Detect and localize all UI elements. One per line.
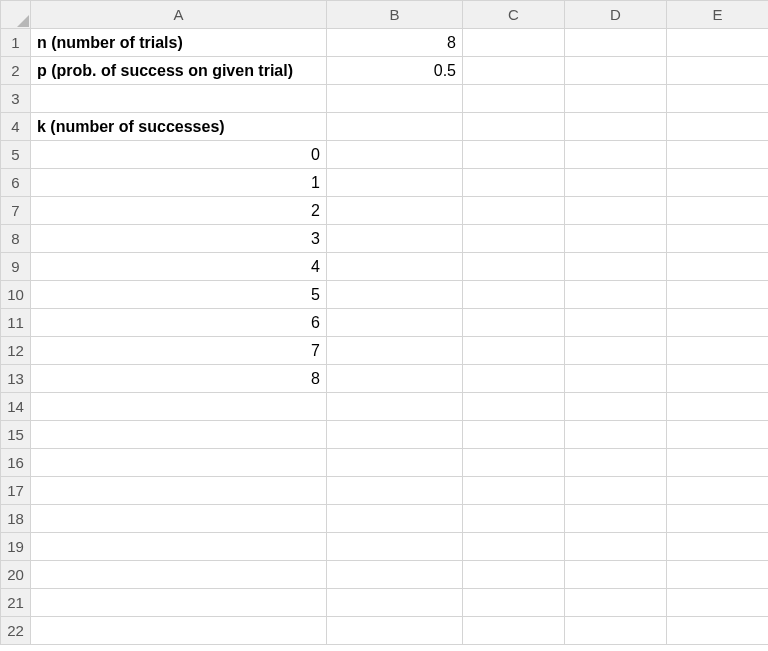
cell-C8[interactable] — [463, 225, 565, 253]
cell-E5[interactable] — [667, 141, 769, 169]
cell-D8[interactable] — [565, 225, 667, 253]
cell-A19[interactable] — [31, 533, 327, 561]
cell-C5[interactable] — [463, 141, 565, 169]
cell-C19[interactable] — [463, 533, 565, 561]
cell-C12[interactable] — [463, 337, 565, 365]
cell-E12[interactable] — [667, 337, 769, 365]
cell-B13[interactable] — [327, 365, 463, 393]
row-header-2[interactable]: 2 — [1, 57, 31, 85]
cell-E17[interactable] — [667, 477, 769, 505]
select-all-corner[interactable] — [1, 1, 31, 29]
cell-B7[interactable] — [327, 197, 463, 225]
row-header-14[interactable]: 14 — [1, 393, 31, 421]
cell-B6[interactable] — [327, 169, 463, 197]
col-header-B[interactable]: B — [327, 1, 463, 29]
row-header-11[interactable]: 11 — [1, 309, 31, 337]
cell-D17[interactable] — [565, 477, 667, 505]
cell-D11[interactable] — [565, 309, 667, 337]
cell-B9[interactable] — [327, 253, 463, 281]
cell-E11[interactable] — [667, 309, 769, 337]
cell-D12[interactable] — [565, 337, 667, 365]
cell-B2[interactable]: 0.5 — [327, 57, 463, 85]
cell-C20[interactable] — [463, 561, 565, 589]
col-header-E[interactable]: E — [667, 1, 769, 29]
cell-D2[interactable] — [565, 57, 667, 85]
cell-C6[interactable] — [463, 169, 565, 197]
cell-E8[interactable] — [667, 225, 769, 253]
row-header-13[interactable]: 13 — [1, 365, 31, 393]
row-header-9[interactable]: 9 — [1, 253, 31, 281]
cell-A20[interactable] — [31, 561, 327, 589]
cell-D7[interactable] — [565, 197, 667, 225]
cell-A2[interactable]: p (prob. of success on given trial) — [31, 57, 327, 85]
cell-B1[interactable]: 8 — [327, 29, 463, 57]
cell-A11[interactable]: 6 — [31, 309, 327, 337]
cell-D13[interactable] — [565, 365, 667, 393]
cell-C2[interactable] — [463, 57, 565, 85]
cell-C18[interactable] — [463, 505, 565, 533]
row-header-8[interactable]: 8 — [1, 225, 31, 253]
cell-A9[interactable]: 4 — [31, 253, 327, 281]
row-header-15[interactable]: 15 — [1, 421, 31, 449]
cell-A18[interactable] — [31, 505, 327, 533]
row-header-18[interactable]: 18 — [1, 505, 31, 533]
cell-E1[interactable] — [667, 29, 769, 57]
cell-A14[interactable] — [31, 393, 327, 421]
cell-B17[interactable] — [327, 477, 463, 505]
cell-E2[interactable] — [667, 57, 769, 85]
row-header-7[interactable]: 7 — [1, 197, 31, 225]
cell-E13[interactable] — [667, 365, 769, 393]
cell-E20[interactable] — [667, 561, 769, 589]
row-header-22[interactable]: 22 — [1, 617, 31, 645]
cell-A10[interactable]: 5 — [31, 281, 327, 309]
cell-D18[interactable] — [565, 505, 667, 533]
cell-D5[interactable] — [565, 141, 667, 169]
row-header-5[interactable]: 5 — [1, 141, 31, 169]
cell-A22[interactable] — [31, 617, 327, 645]
cell-B8[interactable] — [327, 225, 463, 253]
cell-C10[interactable] — [463, 281, 565, 309]
cell-D14[interactable] — [565, 393, 667, 421]
cell-C9[interactable] — [463, 253, 565, 281]
cell-B20[interactable] — [327, 561, 463, 589]
cell-E7[interactable] — [667, 197, 769, 225]
cell-A17[interactable] — [31, 477, 327, 505]
cell-E16[interactable] — [667, 449, 769, 477]
row-header-6[interactable]: 6 — [1, 169, 31, 197]
cell-E4[interactable] — [667, 113, 769, 141]
cell-B18[interactable] — [327, 505, 463, 533]
cell-B15[interactable] — [327, 421, 463, 449]
cell-C17[interactable] — [463, 477, 565, 505]
cell-B11[interactable] — [327, 309, 463, 337]
cell-E3[interactable] — [667, 85, 769, 113]
cell-D3[interactable] — [565, 85, 667, 113]
cell-D10[interactable] — [565, 281, 667, 309]
cell-B3[interactable] — [327, 85, 463, 113]
cell-B5[interactable] — [327, 141, 463, 169]
cell-B16[interactable] — [327, 449, 463, 477]
cell-D6[interactable] — [565, 169, 667, 197]
cell-D1[interactable] — [565, 29, 667, 57]
row-header-21[interactable]: 21 — [1, 589, 31, 617]
row-header-1[interactable]: 1 — [1, 29, 31, 57]
cell-E10[interactable] — [667, 281, 769, 309]
cell-A21[interactable] — [31, 589, 327, 617]
cell-A4[interactable]: k (number of successes) — [31, 113, 327, 141]
cell-A5[interactable]: 0 — [31, 141, 327, 169]
row-header-16[interactable]: 16 — [1, 449, 31, 477]
cell-C11[interactable] — [463, 309, 565, 337]
row-header-12[interactable]: 12 — [1, 337, 31, 365]
cell-C13[interactable] — [463, 365, 565, 393]
cell-B21[interactable] — [327, 589, 463, 617]
cell-E22[interactable] — [667, 617, 769, 645]
cell-C16[interactable] — [463, 449, 565, 477]
cell-D20[interactable] — [565, 561, 667, 589]
col-header-D[interactable]: D — [565, 1, 667, 29]
cell-C22[interactable] — [463, 617, 565, 645]
cell-E14[interactable] — [667, 393, 769, 421]
cell-B12[interactable] — [327, 337, 463, 365]
cell-E19[interactable] — [667, 533, 769, 561]
cell-C4[interactable] — [463, 113, 565, 141]
cell-C3[interactable] — [463, 85, 565, 113]
cell-E21[interactable] — [667, 589, 769, 617]
